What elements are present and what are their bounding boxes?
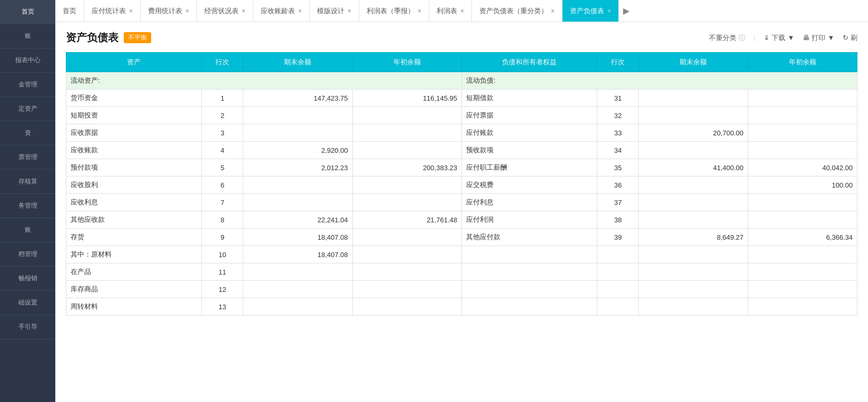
table-row: 周转材料 13 bbox=[66, 298, 857, 316]
sidebar-item-settings[interactable]: 础设置 bbox=[0, 291, 55, 315]
sidebar-item-guide[interactable]: 手引导 bbox=[0, 315, 55, 339]
liability-period-end bbox=[639, 107, 748, 124]
asset-label: 周转材料 bbox=[66, 298, 202, 316]
liability-period-end: 20,700.00 bbox=[639, 124, 748, 142]
liability-label: 应付票据 bbox=[461, 107, 597, 124]
year-start-amount bbox=[352, 177, 461, 194]
help-icon: ⓘ bbox=[738, 33, 745, 43]
section-asset-label: 流动资产: bbox=[66, 72, 462, 90]
liability-year-start bbox=[748, 263, 857, 281]
header-year-start: 年初余额 bbox=[352, 53, 461, 72]
tab-template-design[interactable]: 模版设计 × bbox=[310, 0, 359, 22]
liability-row-number: 39 bbox=[597, 229, 639, 246]
tab-expense-stats[interactable]: 费用统计表 × bbox=[141, 0, 197, 22]
tab-profit-quarterly[interactable]: 利润表（季报） × bbox=[359, 0, 429, 22]
year-start-amount bbox=[352, 298, 461, 316]
asset-label: 库存商品 bbox=[66, 281, 202, 298]
page-content: 资产负债表 不平衡 不重分类 ⓘ | ⇓ 下载 ▼ 🖶 打印 ▼ bbox=[55, 22, 868, 402]
liability-period-end: 8,649.27 bbox=[639, 229, 748, 246]
close-tab-balance-reclassify[interactable]: × bbox=[551, 7, 555, 15]
liability-period-end bbox=[639, 211, 748, 229]
liability-row-number: 31 bbox=[597, 90, 639, 107]
period-end-amount bbox=[243, 194, 352, 211]
liability-row-number bbox=[597, 246, 639, 263]
header-liability: 负债和所有者权益 bbox=[461, 53, 597, 72]
liability-year-start bbox=[748, 90, 857, 107]
header-liability-period-end: 期末余额 bbox=[639, 53, 748, 72]
table-row: 存货 9 18,407.08 其他应付款 39 8,649.27 6,366.3… bbox=[66, 229, 857, 246]
liability-row-number: 36 bbox=[597, 177, 639, 194]
tab-receivable-age[interactable]: 应收账龄表 × bbox=[253, 0, 310, 22]
sidebar-item-tax[interactable]: 务管理 bbox=[0, 194, 55, 218]
tab-operation[interactable]: 经营状况表 × bbox=[197, 0, 253, 22]
liability-year-start: 100.00 bbox=[748, 177, 857, 194]
period-end-amount bbox=[243, 281, 352, 298]
tab-payable-stats[interactable]: 应付统计表 × bbox=[84, 0, 141, 22]
year-start-amount bbox=[352, 194, 461, 211]
liability-year-start: 6,366.34 bbox=[748, 229, 857, 246]
year-start-amount bbox=[352, 246, 461, 263]
download-button[interactable]: ⇓ 下载 ▼ bbox=[764, 33, 794, 43]
liability-label: 应付账款 bbox=[461, 124, 597, 142]
close-tab-expense-stats[interactable]: × bbox=[185, 7, 189, 15]
tab-home[interactable]: 首页 bbox=[55, 0, 84, 22]
row-number: 13 bbox=[202, 298, 243, 316]
sidebar-item-investment[interactable]: 资 bbox=[0, 121, 55, 145]
liability-year-start bbox=[748, 107, 857, 124]
close-tab-receivable-age[interactable]: × bbox=[298, 7, 302, 15]
liability-year-start bbox=[748, 194, 857, 211]
close-tab-payable-stats[interactable]: × bbox=[129, 7, 133, 15]
sidebar-item-expense[interactable]: 畅报销 bbox=[0, 267, 55, 291]
period-end-amount: 18,407.08 bbox=[243, 246, 352, 263]
sidebar-item-fund[interactable]: 金管理 bbox=[0, 73, 55, 97]
close-tab-operation[interactable]: × bbox=[242, 7, 245, 15]
print-button[interactable]: 🖶 打印 ▼ bbox=[803, 33, 834, 43]
table-row: 应收账款 4 2,920.00 预收款项 34 bbox=[66, 142, 857, 159]
period-end-amount bbox=[243, 298, 352, 316]
tab-scroll-arrow[interactable]: ▶ bbox=[619, 6, 634, 16]
page-title: 资产负债表 bbox=[66, 31, 119, 45]
sidebar-item-ledger[interactable]: 账 bbox=[0, 218, 55, 242]
tab-balance-reclassify[interactable]: 资产负债表（重分类） × bbox=[472, 0, 563, 22]
table-row: 在产品 11 bbox=[66, 263, 857, 281]
close-tab-template-design[interactable]: × bbox=[348, 7, 351, 15]
header-asset: 资产 bbox=[66, 53, 202, 72]
table-row: 应收票据 3 应付账款 33 20,700.00 bbox=[66, 124, 857, 142]
year-start-amount bbox=[352, 124, 461, 142]
no-reclassify-button[interactable]: 不重分类 ⓘ bbox=[709, 33, 745, 43]
download-chevron-icon: ▼ bbox=[787, 34, 794, 42]
sidebar-item-ticket[interactable]: 票管理 bbox=[0, 145, 55, 170]
header-actions: 不重分类 ⓘ | ⇓ 下载 ▼ 🖶 打印 ▼ ↻ 刷 bbox=[709, 33, 857, 43]
liability-row-number: 32 bbox=[597, 107, 639, 124]
tab-balance[interactable]: 资产负债表 × bbox=[563, 0, 619, 22]
print-chevron-icon: ▼ bbox=[827, 34, 834, 42]
sidebar-item-account[interactable]: 账 bbox=[0, 24, 55, 48]
close-tab-balance[interactable]: × bbox=[607, 7, 611, 15]
liability-period-end bbox=[639, 298, 748, 316]
sidebar-item-inventory[interactable]: 存核算 bbox=[0, 170, 55, 194]
row-number: 3 bbox=[202, 124, 243, 142]
sidebar-item-fixed-assets[interactable]: 定资产 bbox=[0, 97, 55, 121]
liability-year-start bbox=[748, 142, 857, 159]
liability-year-start bbox=[748, 298, 857, 316]
asset-label: 其他应收款 bbox=[66, 211, 202, 229]
table-section-row: 流动资产: 流动负债: bbox=[66, 72, 857, 90]
sidebar-item-archive[interactable]: 档管理 bbox=[0, 242, 55, 267]
asset-label: 存货 bbox=[66, 229, 202, 246]
liability-label: 应付利润 bbox=[461, 211, 597, 229]
row-number: 12 bbox=[202, 281, 243, 298]
sidebar-item-home[interactable]: 首页 bbox=[0, 0, 55, 24]
liability-year-start bbox=[748, 211, 857, 229]
close-tab-profit-quarterly[interactable]: × bbox=[418, 7, 421, 15]
asset-label: 应收票据 bbox=[66, 124, 202, 142]
download-icon: ⇓ bbox=[764, 34, 770, 42]
liability-year-start bbox=[748, 124, 857, 142]
tab-profit[interactable]: 利润表 × bbox=[429, 0, 472, 22]
liability-period-end bbox=[639, 194, 748, 211]
refresh-button[interactable]: ↻ 刷 bbox=[843, 33, 857, 43]
close-tab-profit[interactable]: × bbox=[460, 7, 464, 15]
sidebar-item-report-center[interactable]: 报表中心 bbox=[0, 48, 55, 73]
row-number: 9 bbox=[202, 229, 243, 246]
liability-label: 应付利息 bbox=[461, 194, 597, 211]
row-number: 10 bbox=[202, 246, 243, 263]
